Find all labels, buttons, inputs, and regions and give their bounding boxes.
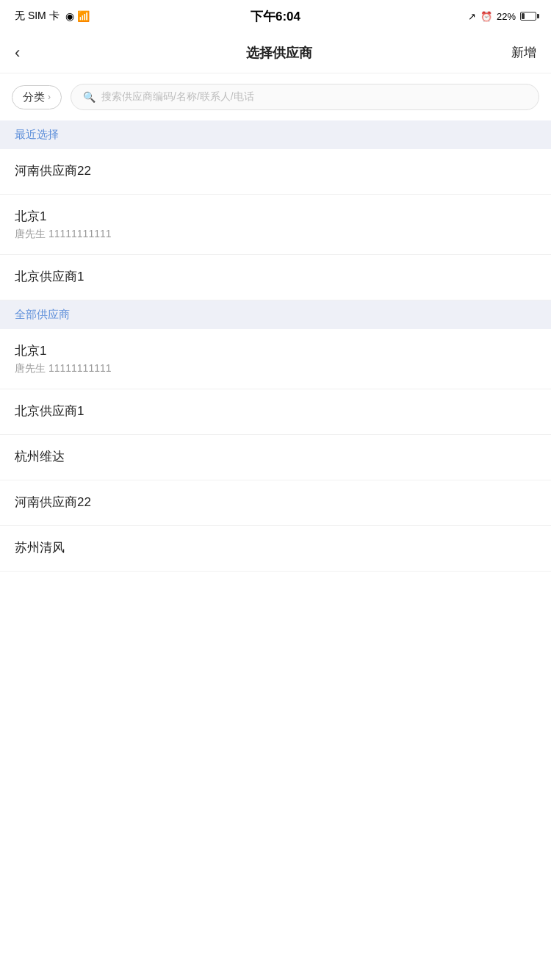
all-item-1[interactable]: 北京供应商1 xyxy=(0,389,551,435)
add-button[interactable]: 新增 xyxy=(511,44,536,61)
filter-bar: 分类 › 🔍 搜索供应商编码/名称/联系人/电话 xyxy=(0,73,551,120)
recent-item-2[interactable]: 北京供应商1 xyxy=(0,255,551,300)
nav-bar: ‹ 选择供应商 新增 xyxy=(0,32,551,73)
all-item-2[interactable]: 杭州维达 xyxy=(0,435,551,480)
all-item-name-4: 苏州清风 xyxy=(15,539,536,556)
recent-item-name-1: 北京1 xyxy=(15,208,536,225)
all-item-name-3: 河南供应商22 xyxy=(15,494,536,511)
recent-item-1[interactable]: 北京1 唐先生 11111111111 xyxy=(0,195,551,255)
recent-section-label: 最近选择 xyxy=(15,128,59,140)
wifi-icon: ◉ 📶 xyxy=(65,10,90,22)
recent-item-sub-1: 唐先生 11111111111 xyxy=(15,228,536,241)
status-bar: 无 SIM 卡 ◉ 📶 下午6:04 ↗ ⏰ 22% xyxy=(0,0,551,32)
recent-item-0[interactable]: 河南供应商22 xyxy=(0,149,551,195)
location-icon: ↗ xyxy=(468,11,476,22)
status-left: 无 SIM 卡 ◉ 📶 xyxy=(15,10,90,23)
battery-icon xyxy=(520,12,536,21)
all-section-label: 全部供应商 xyxy=(15,308,70,320)
all-item-name-2: 杭州维达 xyxy=(15,448,536,465)
battery-percentage: 22% xyxy=(497,11,516,22)
all-section-header: 全部供应商 xyxy=(0,300,551,329)
alarm-icon: ⏰ xyxy=(480,11,492,22)
page-title: 选择供应商 xyxy=(246,44,312,62)
search-placeholder: 搜索供应商编码/名称/联系人/电话 xyxy=(101,90,254,104)
search-box[interactable]: 🔍 搜索供应商编码/名称/联系人/电话 xyxy=(71,84,539,110)
category-filter-button[interactable]: 分类 › xyxy=(12,85,62,109)
recent-item-name-2: 北京供应商1 xyxy=(15,268,536,285)
recent-item-name-0: 河南供应商22 xyxy=(15,162,536,179)
recent-items-list: 河南供应商22 北京1 唐先生 11111111111 北京供应商1 xyxy=(0,149,551,300)
all-item-name-1: 北京供应商1 xyxy=(15,403,536,419)
search-icon: 🔍 xyxy=(83,91,96,103)
recent-section-header: 最近选择 xyxy=(0,120,551,149)
category-label: 分类 xyxy=(23,90,45,104)
status-time: 下午6:04 xyxy=(251,8,300,25)
chevron-right-icon: › xyxy=(48,92,51,102)
carrier-text: 无 SIM 卡 xyxy=(15,10,60,23)
all-item-sub-0: 唐先生 11111111111 xyxy=(15,362,536,375)
all-item-3[interactable]: 河南供应商22 xyxy=(0,480,551,526)
back-button[interactable]: ‹ xyxy=(15,43,47,62)
status-right: ↗ ⏰ 22% xyxy=(468,11,536,22)
all-item-0[interactable]: 北京1 唐先生 11111111111 xyxy=(0,329,551,389)
all-items-list: 北京1 唐先生 11111111111 北京供应商1 杭州维达 河南供应商22 … xyxy=(0,329,551,572)
all-item-name-0: 北京1 xyxy=(15,342,536,359)
all-item-4[interactable]: 苏州清风 xyxy=(0,526,551,572)
